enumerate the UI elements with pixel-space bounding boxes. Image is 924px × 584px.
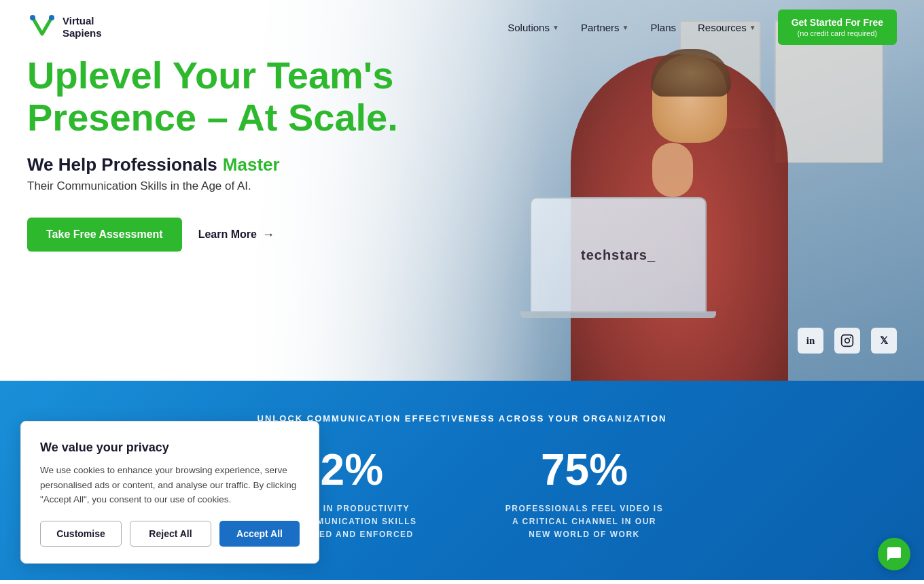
- logo-text: Virtual Sapiens: [63, 15, 102, 39]
- hero-subtitle: We Help Professionals Master: [27, 154, 448, 175]
- hero-actions: Take Free Assessment Learn More →: [27, 218, 448, 252]
- hero-title: Uplevel Your Team's Presence – At Scale.: [27, 54, 448, 138]
- nav-partners[interactable]: Partners ▼: [581, 22, 629, 33]
- stat-number-2: 75%: [503, 448, 666, 492]
- nav-resources[interactable]: Resources ▼: [698, 22, 756, 33]
- main-nav: Solutions ▼ Partners ▼ Plans Resources ▼…: [508, 10, 897, 45]
- arrow-icon: →: [262, 228, 274, 242]
- instagram-icon[interactable]: [834, 328, 860, 354]
- chevron-down-icon: ▼: [552, 24, 559, 31]
- stat-desc-2: PROFESSIONALS FEEL VIDEO IS A CRITICAL C…: [503, 502, 666, 542]
- chat-icon: [886, 546, 902, 562]
- get-started-button[interactable]: Get Started For Free (no credit card req…: [778, 10, 897, 45]
- svg-point-4: [850, 337, 851, 339]
- accept-all-button[interactable]: Accept All: [219, 521, 300, 547]
- cookie-banner: We value your privacy We use cookies to …: [20, 421, 319, 564]
- cookie-actions: Customise Reject All Accept All: [40, 521, 300, 547]
- hero-content: Uplevel Your Team's Presence – At Scale.…: [27, 54, 448, 252]
- nav-solutions[interactable]: Solutions ▼: [508, 22, 559, 33]
- cookie-title: We value your privacy: [40, 441, 300, 455]
- laptop-brand: techstars_: [581, 247, 656, 263]
- chevron-down-icon: ▼: [749, 24, 756, 31]
- svg-point-0: [30, 15, 35, 20]
- twitter-icon[interactable]: 𝕏: [871, 328, 897, 354]
- cookie-text: We use cookies to enhance your browsing …: [40, 463, 300, 507]
- customise-button[interactable]: Customise: [40, 521, 122, 547]
- reject-all-button[interactable]: Reject All: [130, 521, 211, 547]
- linkedin-icon[interactable]: in: [798, 328, 823, 354]
- stat-item-2: 75% PROFESSIONALS FEEL VIDEO IS A CRITIC…: [503, 448, 666, 542]
- take-assessment-button[interactable]: Take Free Assessment: [27, 218, 182, 252]
- logo-icon: [27, 12, 57, 42]
- header: Virtual Sapiens Solutions ▼ Partners ▼ P…: [0, 0, 924, 54]
- svg-point-1: [49, 15, 54, 20]
- svg-rect-2: [842, 335, 853, 347]
- social-icons: in 𝕏: [798, 328, 897, 354]
- chevron-down-icon: ▼: [622, 24, 629, 31]
- nav-plans[interactable]: Plans: [650, 22, 676, 33]
- learn-more-button[interactable]: Learn More →: [198, 228, 274, 242]
- chat-widget[interactable]: [878, 538, 910, 570]
- hero-section: techstars_ Uplevel Your Team's Presence …: [0, 0, 924, 381]
- svg-point-3: [845, 339, 850, 343]
- hero-description: Their Communication Skills in the Age of…: [27, 179, 448, 193]
- logo[interactable]: Virtual Sapiens: [27, 12, 102, 42]
